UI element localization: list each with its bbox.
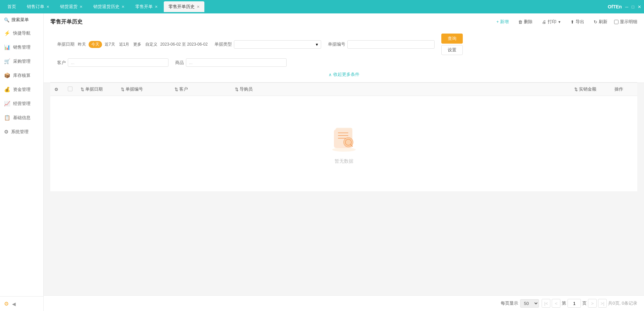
sidebar-icon-inventory: 📦 xyxy=(4,72,10,79)
col-action-label: 操作 xyxy=(614,87,623,92)
date-btn-3[interactable]: 近1月 xyxy=(118,41,131,48)
col-amount-label: 实销金额 xyxy=(579,86,596,92)
sidebar-label-quick-nav: 快捷导航 xyxy=(13,30,31,36)
sidebar-item-quick-nav[interactable]: ⚡快捷导航 xyxy=(0,26,43,40)
col-guide[interactable]: ⇅导购员 xyxy=(231,83,271,96)
tab-label-sales-return-history: 销货退货历史 xyxy=(93,4,119,10)
tab-close-sales-order[interactable]: ✕ xyxy=(46,5,49,9)
col-date[interactable]: ⇅单据日期 xyxy=(77,83,117,96)
page-prefix: 第 xyxy=(562,300,566,306)
data-table: ⚙ ⇅单据日期 ⇅单据编号 ⇅客户 xyxy=(50,83,637,191)
query-button[interactable]: 查询 xyxy=(441,34,463,44)
sidebar-label-sales-mgmt: 销售管理 xyxy=(13,44,31,50)
date-filter: 单据日期 昨天今天近7天近1月更多自定义2023-06-02 至 2023-06… xyxy=(57,41,208,48)
display-detail-toggle[interactable]: 显示明细 xyxy=(614,19,637,25)
delete-label: 删除 xyxy=(524,19,533,25)
select-all-checkbox[interactable] xyxy=(68,87,72,91)
collapse-sidebar-icon[interactable]: ◀ xyxy=(12,301,16,307)
sidebar-icon-purchase-mgmt: 🛒 xyxy=(4,58,10,64)
tab-close-retail-open[interactable]: ✕ xyxy=(155,5,158,9)
setting-button[interactable]: 设置 xyxy=(441,45,463,55)
settings-icon[interactable]: ⚙ xyxy=(4,301,9,307)
sidebar-item-finance[interactable]: 💰资金管理 xyxy=(0,83,43,97)
tab-label-sales-order: 销售订单 xyxy=(27,4,44,10)
sidebar-bottom: ⚙ ◀ xyxy=(0,296,43,311)
sidebar-item-sys-mgmt[interactable]: ⚙系统管理 xyxy=(0,125,43,139)
sidebar-icon-sys-mgmt: ⚙ xyxy=(4,129,8,135)
date-shortcuts: 昨天今天近7天近1月更多自定义2023-06-02 至 2023-06-02 xyxy=(77,41,208,48)
table-header-row: ⚙ ⇅单据日期 ⇅单据编号 ⇅客户 xyxy=(50,83,637,96)
tab-bar-right: OfTEn ─ □ ✕ xyxy=(608,4,641,9)
pagination: 每页显示 50 10 20 100 |< < 第 页 > >| 共0页, 0条记… xyxy=(44,295,644,311)
date-btn-5[interactable]: 自定义 xyxy=(144,41,159,48)
tab-sales-return-history[interactable]: 销货退货历史✕ xyxy=(89,1,129,12)
content-area: 零售开单历史 + 新增 🗑 删除 🖨 打印 ▼ ⬆ xyxy=(44,13,644,311)
docnumber-label: 单据编号 xyxy=(328,41,345,47)
sidebar-icon-sales-mgmt: 📊 xyxy=(4,44,10,50)
date-btn-1[interactable]: 今天 xyxy=(89,41,102,48)
sidebar: 🔍 搜索菜单 ⚡快捷导航📊销售管理🛒采购管理📦库存核算💰资金管理📈经营管理📋基础… xyxy=(0,13,44,311)
sidebar-item-inventory[interactable]: 📦库存核算 xyxy=(0,68,43,83)
window-maximize[interactable]: □ xyxy=(632,4,634,9)
window-minimize[interactable]: ─ xyxy=(625,4,628,9)
docnumber-filter: 单据编号 xyxy=(328,40,435,49)
page-number-input[interactable] xyxy=(567,299,581,308)
export-icon: ⬆ xyxy=(571,19,574,24)
prev-page-btn[interactable]: < xyxy=(552,299,560,308)
tab-sales-return[interactable]: 销货退货✕ xyxy=(55,1,87,12)
sidebar-item-sales-mgmt[interactable]: 📊销售管理 xyxy=(0,40,43,54)
col-date-label: 单据日期 xyxy=(85,86,103,92)
col-check[interactable] xyxy=(64,83,77,96)
empty-row: 暂无数据 xyxy=(50,96,637,192)
tab-close-sales-return-history[interactable]: ✕ xyxy=(121,5,125,9)
date-btn-4[interactable]: 更多 xyxy=(132,41,143,48)
tab-close-retail-open-history[interactable]: ✕ xyxy=(197,5,200,9)
sidebar-search-label: 搜索菜单 xyxy=(11,17,29,23)
last-page-btn[interactable]: >| xyxy=(598,299,607,308)
tab-retail-open[interactable]: 零售开单✕ xyxy=(131,1,162,12)
col-customer[interactable]: ⇅客户 xyxy=(170,83,231,96)
tab-home[interactable]: 首页 xyxy=(3,1,21,12)
doctype-select[interactable]: ▾ xyxy=(234,40,321,49)
print-icon: 🖨 xyxy=(542,19,546,24)
empty-icon xyxy=(327,123,361,153)
page-header: 零售开单历史 + 新增 🗑 删除 🖨 打印 ▼ ⬆ xyxy=(44,13,644,83)
collapse-more-btn[interactable]: ∧ 收起更多条件 xyxy=(57,70,631,79)
export-button[interactable]: ⬆ 导出 xyxy=(568,17,587,26)
sidebar-item-operation[interactable]: 📈经营管理 xyxy=(0,97,43,111)
tab-sales-order[interactable]: 销售订单✕ xyxy=(22,1,54,12)
customer-select[interactable]: ... xyxy=(68,58,168,67)
print-label: 打印 xyxy=(548,19,556,25)
sidebar-item-base-info[interactable]: 📋基础信息 xyxy=(0,111,43,125)
per-page-select[interactable]: 50 10 20 100 xyxy=(520,299,539,308)
tab-close-sales-return[interactable]: ✕ xyxy=(80,5,83,9)
col-settings-icon[interactable]: ⚙ xyxy=(54,87,58,92)
add-button[interactable]: + 新增 xyxy=(494,17,511,26)
date-btn-2[interactable]: 近7天 xyxy=(103,41,116,48)
docnumber-input[interactable] xyxy=(347,40,435,49)
date-btn-0[interactable]: 昨天 xyxy=(77,41,87,48)
next-page-btn[interactable]: > xyxy=(588,299,597,308)
filter-row-2: 客户 ... 商品 ... xyxy=(57,58,631,67)
col-amount[interactable]: ⇅实销金额 xyxy=(570,83,610,96)
first-page-btn[interactable]: |< xyxy=(542,299,550,308)
tab-retail-open-history[interactable]: 零售开单历史✕ xyxy=(164,1,204,12)
sidebar-icon-operation: 📈 xyxy=(4,101,10,107)
sidebar-item-purchase-mgmt[interactable]: 🛒采购管理 xyxy=(0,54,43,68)
product-select[interactable]: ... xyxy=(186,58,287,67)
page-title: 零售开单历史 xyxy=(50,18,83,25)
display-detail-checkbox[interactable] xyxy=(614,20,618,24)
window-close[interactable]: ✕ xyxy=(638,4,641,9)
print-button[interactable]: 🖨 打印 ▼ xyxy=(539,17,564,26)
doctype-filter: 单据类型 ▾ xyxy=(214,40,321,49)
refresh-button[interactable]: ↻ 刷新 xyxy=(591,17,610,26)
col-number[interactable]: ⇅单据编号 xyxy=(117,83,170,96)
customer-label: 客户 xyxy=(57,60,66,66)
delete-button[interactable]: 🗑 删除 xyxy=(515,17,535,26)
customer-placeholder: ... xyxy=(71,60,75,65)
table-wrapper: ⚙ ⇅单据日期 ⇅单据编号 ⇅客户 xyxy=(44,83,644,295)
sidebar-search[interactable]: 🔍 搜索菜单 xyxy=(0,13,43,26)
col-expand xyxy=(271,83,570,96)
sort-icon-4: ⇅ xyxy=(235,87,239,92)
col-settings[interactable]: ⚙ xyxy=(50,83,64,96)
